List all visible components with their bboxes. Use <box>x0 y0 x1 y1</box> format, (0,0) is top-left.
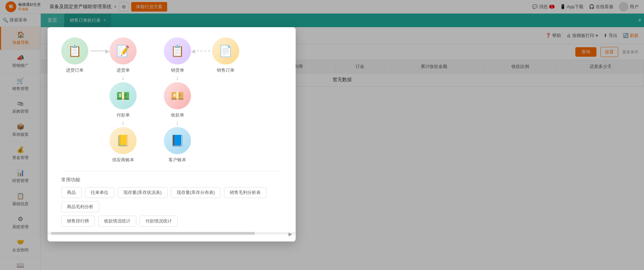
func-btn-goods-profit[interactable]: 商品毛利分析 <box>61 201 99 212</box>
supplier-account-icon: 📒 <box>116 134 130 147</box>
scrollbar-thumb <box>51 232 255 235</box>
flow-col-sales-order: 📄 销售订单 <box>212 37 239 73</box>
common-functions-title: 常用功能 <box>61 177 282 183</box>
func-btn-partners[interactable]: 往来单位 <box>85 187 114 198</box>
func-btn-sales-profit[interactable]: 销售毛利分析表 <box>224 187 266 198</box>
purchase-order-node[interactable]: 📋 <box>61 37 88 65</box>
common-functions: 常用功能 商品 往来单位 现存量(库存状况表) 现存量(库存分布表) 销售毛利分… <box>61 171 282 227</box>
payment-label: 付款单 <box>117 112 130 118</box>
func-btn-goods[interactable]: 商品 <box>61 187 82 198</box>
sales-bill-node[interactable]: 📋 <box>164 37 191 65</box>
flow-diagram: 📋 进货订单 ▶ 📝 进货单 ↓ 💵 付款单 ↓ � <box>61 37 282 163</box>
sales-order-label: 销售订单 <box>217 67 234 73</box>
arrow-2: ◀ <box>191 37 212 65</box>
func-btn-payment-stats[interactable]: 付款情况统计 <box>140 216 178 227</box>
purchase-order-label: 进货订单 <box>66 67 84 73</box>
flow-col-purchase-bill: 📝 进货单 ↓ 💵 付款单 ↓ 📒 供应商账本 <box>109 37 137 163</box>
supplier-account-node[interactable]: 📒 <box>109 127 137 154</box>
func-btn-sales-rank[interactable]: 销售排行榜 <box>61 216 95 227</box>
payment-icon: 💵 <box>116 89 130 102</box>
receipt-node[interactable]: 💴 <box>164 82 191 109</box>
payment-node[interactable]: 💵 <box>109 82 137 109</box>
function-buttons: 商品 往来单位 现存量(库存状况表) 现存量(库存分布表) 销售毛利分析表 商品… <box>61 187 282 212</box>
arrow-1: ▶ <box>88 37 109 65</box>
modal-scrollbar[interactable]: ▶ <box>48 232 296 235</box>
function-buttons-row2: 销售排行榜 收款情况统计 付款情况统计 <box>61 216 282 227</box>
customer-account-icon: 📘 <box>171 134 184 147</box>
down-arrow-2: ↓ <box>176 75 179 81</box>
down-arrow-4: ↓ <box>176 120 179 126</box>
scroll-right-arrow[interactable]: ▶ <box>289 231 292 237</box>
sales-bill-icon: 📋 <box>171 44 184 57</box>
down-arrow-1: ↓ <box>122 75 125 81</box>
quick-guide-modal: 📋 进货订单 ▶ 📝 进货单 ↓ 💵 付款单 ↓ � <box>48 27 296 241</box>
sales-bill-label: 销货单 <box>171 67 184 73</box>
sales-order-icon: 📄 <box>219 44 232 57</box>
purchase-bill-node[interactable]: 📝 <box>109 37 137 65</box>
customer-account-node[interactable]: 📘 <box>164 127 191 154</box>
receipt-label: 收款单 <box>171 112 184 118</box>
func-btn-stock-dist[interactable]: 现存量(库存分布表) <box>171 187 221 198</box>
receipt-icon: 💴 <box>171 89 184 102</box>
func-btn-receipt-stats[interactable]: 收款情况统计 <box>98 216 136 227</box>
purchase-order-icon: 📋 <box>68 44 82 57</box>
purchase-bill-icon: 📝 <box>116 44 130 57</box>
purchase-bill-label: 进货单 <box>117 67 130 73</box>
sales-order-node[interactable]: 📄 <box>212 37 239 65</box>
func-btn-stock-status[interactable]: 现存量(库存状况表) <box>118 187 168 198</box>
supplier-account-label: 供应商账本 <box>112 157 134 163</box>
flow-col-sales-bill: 📋 销货单 ↓ 💴 收款单 ↓ 📘 客户账本 <box>164 37 191 163</box>
flow-col-purchase-order: 📋 进货订单 <box>61 37 88 73</box>
down-arrow-3: ↓ <box>122 120 125 126</box>
customer-account-label: 客户账本 <box>169 157 186 163</box>
